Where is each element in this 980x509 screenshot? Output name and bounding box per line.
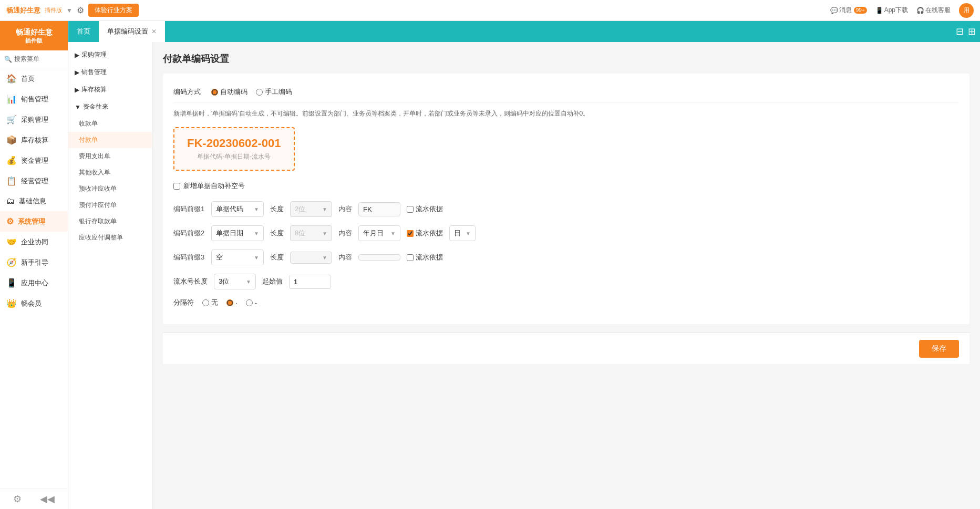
sidebar-item-expense[interactable]: 费用支出单 [68,148,152,164]
content-wrapper: ▶ 采购管理 ▶ 销售管理 ▶ 库存核算 [68,42,980,509]
prefix2-length-select[interactable]: 8位 ▼ [290,225,332,241]
separator-dot-input[interactable] [226,299,233,306]
prefix3-serial-label[interactable]: 流水依据 [407,253,443,262]
prefix1-arrow: ▼ [254,206,259,212]
prefix3-arrow: ▼ [254,255,259,261]
group-title-funds[interactable]: ▼ 资金往来 [68,98,152,116]
encoding-method-row: 编码方式 自动编码 手工编码 [173,82,959,102]
prefix3-select[interactable]: 空 ▼ [211,250,264,265]
serial-start-input[interactable] [289,275,331,289]
sidebar-item-basic[interactable]: 🗂 基础信息 [0,191,68,211]
user-avatar[interactable]: 用 [959,3,974,18]
sidebar-item-other-income[interactable]: 其他收入单 [68,164,152,181]
group-title-purchase[interactable]: ▶ 采购管理 [68,46,152,64]
sidebar-item-home[interactable]: 🏠 首页 [0,68,68,89]
sidebar-item-payment[interactable]: 付款单 [68,132,152,148]
second-sidebar-group-funds: ▼ 资金往来 收款单 付款单 费用支出单 其他收入单 预收冲应收单 预付冲应付单… [68,98,152,246]
settings-icon[interactable]: ⚙ [77,5,84,15]
sidebar-item-guide[interactable]: 🧭 新手引导 [0,252,68,273]
prefix2-period-select[interactable]: 日 ▼ [449,225,476,241]
sidebar-item-receipt[interactable]: 收款单 [68,116,152,132]
prefix1-serial-label[interactable]: 流水依据 [407,204,443,214]
app-download-label: App下载 [884,6,908,15]
prefix2-serial-label[interactable]: 流水依据 [407,228,443,238]
save-button[interactable]: 保存 [919,340,959,358]
sidebar-item-advance-offset[interactable]: 预付冲应付单 [68,197,152,213]
settings-bottom-icon[interactable]: ⚙ [13,493,22,505]
tab-expand-icon[interactable]: ⊞ [968,26,976,37]
tab-encoding-label: 单据编码设置 [107,27,148,36]
prefix2-serial-checkbox[interactable] [407,230,414,237]
try-industry-button[interactable]: 体验行业方案 [88,4,139,17]
prefix2-content-select[interactable]: 年月日 ▼ [358,225,400,241]
serial-length-arrow: ▼ [246,279,251,285]
inventory-icon: 📦 [6,135,17,145]
separator-none-radio[interactable]: 无 [202,298,218,307]
manual-code-radio[interactable]: 手工编码 [256,87,292,97]
sidebar-item-ar-ap-adjust[interactable]: 应收应付调整单 [68,230,152,246]
serial-length-value: 3位 [219,277,229,286]
manual-code-input[interactable] [256,89,263,96]
auto-code-label: 自动编码 [220,87,247,97]
sidebar-item-bank[interactable]: 银行存取款单 [68,213,152,230]
prefix1-length-label: 长度 [270,204,284,214]
search-menu[interactable]: 🔍 搜索菜单 [0,50,68,68]
sidebar-label-purchase: 采购管理 [21,115,48,124]
prefix3-serial-checkbox[interactable] [407,254,414,261]
separator-none-input[interactable] [202,299,209,306]
sidebar-item-prepaid-offset[interactable]: 预收冲应收单 [68,181,152,197]
sidebar-item-operations[interactable]: 📋 经营管理 [0,171,68,191]
collapse-icon[interactable]: ◀◀ [40,493,55,505]
separator-dash-input[interactable] [246,299,253,306]
auto-fill-checkbox[interactable] [173,183,180,190]
sidebar-label-basic: 基础信息 [19,196,46,206]
prefix3-content-value [358,254,400,261]
separator-none-label: 无 [211,298,218,307]
group-title-inventory[interactable]: ▶ 库存核算 [68,81,152,98]
serial-length-select[interactable]: 3位 ▼ [214,274,256,289]
prefix2-period-arrow: ▼ [466,231,471,236]
tab-close-icon[interactable]: ✕ [151,28,157,35]
serial-row: 流水号长度 3位 ▼ 起始值 [173,274,959,289]
online-service-link[interactable]: 🎧 在线客服 [916,6,951,15]
tab-minimize-icon[interactable]: ⊟ [956,26,964,37]
second-sidebar-group-inventory: ▶ 库存核算 [68,81,152,98]
sidebar-item-finance[interactable]: 💰 资金管理 [0,150,68,171]
prefix2-select[interactable]: 单据日期 ▼ [211,225,264,241]
separator-dash-radio[interactable]: - [246,299,257,307]
sidebar-label-enterprise: 企业协同 [21,237,48,247]
sidebar-item-apps[interactable]: 📱 应用中心 [0,273,68,293]
prefix2-length-label: 长度 [270,228,284,238]
top-bar-left: 畅通好生意 插件版 ▼ ⚙ 体验行业方案 [6,4,139,17]
prefix1-select[interactable]: 单据代码 ▼ [211,201,264,217]
prefix1-value: 单据代码 [216,204,243,214]
code-preview-main: FK-20230602-001 [187,137,281,150]
sidebar-label-system: 系统管理 [18,217,45,226]
sidebar-label-apps: 应用中心 [21,278,48,288]
message-label: 消息 [839,6,852,15]
tab-encoding-settings[interactable]: 单据编码设置 ✕ [99,21,165,42]
sidebar-item-system[interactable]: ⚙ 系统管理 [0,211,68,232]
sidebar-item-inventory[interactable]: 📦 库存核算 [0,130,68,150]
auto-code-input[interactable] [211,89,218,96]
chevron-down-icon[interactable]: ▼ [66,7,73,14]
message-link[interactable]: 💬 消息 99+ [830,6,867,15]
group-title-sales[interactable]: ▶ 销售管理 [68,64,152,81]
app-download-link[interactable]: 📱 App下载 [875,6,908,15]
sidebar-item-member[interactable]: 👑 畅会员 [0,293,68,314]
prefix1-serial-checkbox[interactable] [407,206,414,213]
sidebar-label-guide: 新手引导 [21,258,48,267]
sidebar-item-sales[interactable]: 📊 销售管理 [0,89,68,109]
app-sub-label: 插件版 [45,6,62,14]
encoding-radio-group: 自动编码 手工编码 [211,87,292,97]
prefix3-length-select[interactable]: ▼ [290,252,332,264]
prefix1-length-select[interactable]: 2位 ▼ [290,201,332,217]
tab-home[interactable]: 首页 [68,21,99,42]
sidebar-item-enterprise[interactable]: 🤝 企业协同 [0,232,68,252]
sidebar-item-purchase[interactable]: 🛒 采购管理 [0,109,68,130]
sidebar-logo: 畅通好生意 插件版 [0,21,68,50]
auto-code-radio[interactable]: 自动编码 [211,87,247,97]
online-service-label: 在线客服 [925,6,951,15]
top-bar-right: 💬 消息 99+ 📱 App下载 🎧 在线客服 用 [830,3,974,18]
separator-dot-radio[interactable]: · [226,299,238,307]
